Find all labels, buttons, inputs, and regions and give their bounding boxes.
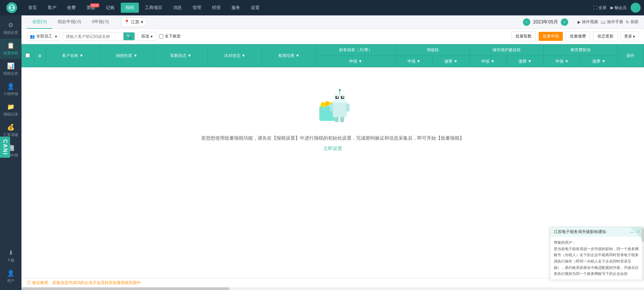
province-select[interactable]: 📍 江苏 ▾ (121, 17, 146, 27)
account-checkbox[interactable] (159, 34, 163, 39)
nav-accounting[interactable]: 记账 (101, 3, 119, 13)
filter-chevron-icon: ▾ (151, 34, 153, 39)
refresh-btn[interactable]: ↻ 刷新 (626, 19, 639, 25)
nav-settings[interactable]: 设置 (246, 3, 264, 13)
tab-tax-declare[interactable]: 税款申报(0) (52, 15, 87, 29)
sidebar-item-personal-tax[interactable]: 👤 个税申报 (0, 79, 21, 100)
nav-operation[interactable]: 经营 (207, 3, 225, 13)
validate-message: ⓘ 验证账密、采集信息均成功的企业才会流转至批量报税页面中 (27, 280, 141, 286)
next-month-btn[interactable]: › (561, 18, 568, 26)
search-input[interactable] (63, 33, 123, 40)
th-vat-declare: 申报 ▼ (395, 56, 432, 67)
employee-select[interactable]: 👥 全部员工 ▾ (27, 32, 60, 41)
city-p-filter-icon[interactable]: ▼ (528, 59, 532, 64)
sidebar-item-tax-overview[interactable]: 📊 报税总览 (0, 59, 21, 79)
nav-manage[interactable]: 管理 (188, 3, 206, 13)
batch-fetch-btn[interactable]: 批量取数 (511, 31, 536, 41)
sidebar-item-tax-records[interactable]: 📁 报税记录 (0, 100, 21, 120)
th-city-declare: 申报 ▼ (470, 56, 506, 67)
batch-tax-icon: 📋 (7, 42, 14, 49)
scroll-thumb[interactable] (21, 287, 229, 290)
sidebar-item-tax-settings[interactable]: ⚙ 报税设置 (0, 18, 21, 39)
member-btn[interactable]: ▶ 畅会员 (610, 5, 627, 11)
personal-tax-icon: 👤 (7, 83, 14, 90)
setup-link[interactable]: 立即设置 (323, 146, 342, 152)
batch-declare-btn[interactable]: 批量申报 (539, 32, 563, 41)
search-button[interactable]: 🔍 (123, 32, 135, 40)
operation-video-btn[interactable]: ▶ 操作视频 (578, 19, 598, 25)
search-icon: 🔍 (126, 34, 132, 39)
notification-scroll-thumb[interactable] (642, 228, 644, 242)
settings-icon[interactable]: ⚙ (38, 54, 42, 58)
user-icon: 👤 (7, 270, 14, 277)
nav-right: ⛶ 全屏 ▶ 畅会员 (593, 3, 641, 13)
data-table: ⚙ 客户名称 ▼ 纳税性质 ▼ 取数状态 ▼ (21, 44, 644, 172)
sidebar-item-user[interactable]: 👤 用户 (0, 266, 21, 287)
avatar[interactable] (631, 3, 641, 13)
th-financial-declare: 申报 ▼ (316, 56, 395, 67)
city-d-filter-icon[interactable]: ▼ (491, 59, 495, 64)
cani-badge[interactable]: CANI (0, 137, 10, 158)
vat-d-filter-icon[interactable]: ▼ (417, 59, 421, 64)
tab-all[interactable]: 全部(0) (27, 15, 52, 29)
prev-month-btn[interactable]: ‹ (523, 18, 530, 26)
sidebar-bottom: ⬇ 下载 👤 用户 (0, 246, 21, 290)
vat-p-filter-icon[interactable]: ▼ (453, 59, 458, 64)
fin-filter-icon[interactable]: ▼ (358, 59, 362, 64)
account-checkbox-wrap[interactable]: 名下账套 (159, 33, 181, 39)
svg-rect-4 (333, 101, 347, 118)
fullscreen-icon: ⛶ (593, 5, 597, 10)
chevron-down-icon: ▾ (141, 19, 143, 24)
compare-filter-icon[interactable]: ▼ (241, 53, 246, 58)
logo-icon[interactable] (6, 2, 17, 13)
sidebar-item-batch-tax[interactable]: 📋 批量报税 (0, 39, 21, 59)
tabs-bar: 全部(0) 税款申报(0) 0申报(0) 📍 江苏 ▾ ‹ 2023年05月 › (21, 15, 644, 29)
refresh-icon: ↻ (626, 20, 629, 24)
warning-icon: ⓘ (27, 280, 31, 286)
main-layout: ⚙ 报税设置 📋 批量报税 📊 报税总览 👤 个税申报 📁 报税记录 💰 汇算清… (0, 15, 644, 290)
th-vat: 增值税 (395, 45, 470, 56)
more-btn[interactable]: 更多 ▾ (621, 31, 639, 41)
nav-fee[interactable]: 收费 (62, 3, 80, 13)
edu-p-filter-icon[interactable]: ▼ (602, 59, 606, 64)
th-check-result: 检查结果 ▼ (262, 45, 316, 67)
nav-business[interactable]: 工商项目 (140, 3, 167, 13)
nav-service[interactable]: 服务 (227, 3, 245, 13)
th-education: 教育费附加 (544, 45, 618, 56)
nav-ticket[interactable]: 票据 NEW (82, 3, 100, 13)
fetch-filter-icon[interactable]: ▼ (187, 53, 192, 58)
th-vat-pay: 缴费 ▼ (433, 56, 470, 67)
batch-pay-btn[interactable]: 批量缴费 (566, 31, 590, 41)
current-date: 2023年05月 (533, 19, 558, 25)
tax-records-icon: 📁 (7, 103, 14, 111)
nav-client[interactable]: 客户 (43, 3, 61, 13)
tab-zero-declare[interactable]: 0申报(0) (87, 15, 114, 29)
empty-message: 若您想使用批量报税功能，请先在【报税设置】中进行报税的初始化设置，完成密码验证和… (201, 134, 464, 142)
fullscreen-btn[interactable]: ⛶ 全屏 (593, 5, 606, 11)
operation-manual-btn[interactable]: 📖 操作手册 (601, 19, 623, 25)
manual-icon: 📖 (601, 20, 606, 24)
nav-home[interactable]: 首页 (23, 3, 42, 13)
notification-body: 尊敬的用户： 受当前电子税务局进一步升级的影响，同一个政务网账号（办税人）名下的… (550, 237, 644, 280)
svg-point-2 (325, 101, 330, 106)
edu-d-filter-icon[interactable]: ▼ (565, 59, 569, 64)
member-icon: ▶ (610, 5, 613, 10)
notification-scrollbar[interactable] (642, 227, 644, 280)
horizontal-scrollbar[interactable] (21, 287, 644, 290)
th-fetch-status: 取数状态 ▼ (154, 45, 208, 67)
status-update-btn[interactable]: 状态更新 (593, 31, 618, 41)
toolbar: 👥 全部员工 ▾ 🔍 筛选 ▾ 名下账套 批量取数 批量申报 批 (21, 29, 644, 44)
tax-type-filter-icon[interactable]: ▼ (133, 53, 138, 58)
filter-icon[interactable]: ▼ (79, 53, 84, 58)
select-all-checkbox[interactable] (25, 53, 30, 58)
top-nav: 首页 客户 收费 票据 NEW 记账 报税 工商项目 消息 管理 经营 服务 设… (0, 0, 644, 15)
nav-message[interactable]: 消息 (168, 3, 186, 13)
nav-tax[interactable]: 报税 (121, 3, 139, 13)
check-filter-icon[interactable]: ▼ (296, 53, 300, 58)
th-edu-declare: 申报 ▼ (544, 56, 581, 67)
filter-button[interactable]: 筛选 ▾ (138, 32, 156, 41)
sidebar-item-download[interactable]: ⬇ 下载 (0, 246, 21, 266)
notification-text: 尊敬的用户： 受当前电子税务局进一步升级的影响，同一个政务网账号（办税人）名下的… (554, 239, 640, 277)
notification-title: 江苏电子税务局升级影响通知 (554, 229, 606, 235)
action-btns: ▶ 操作视频 📖 操作手册 ↻ 刷新 (578, 19, 639, 25)
